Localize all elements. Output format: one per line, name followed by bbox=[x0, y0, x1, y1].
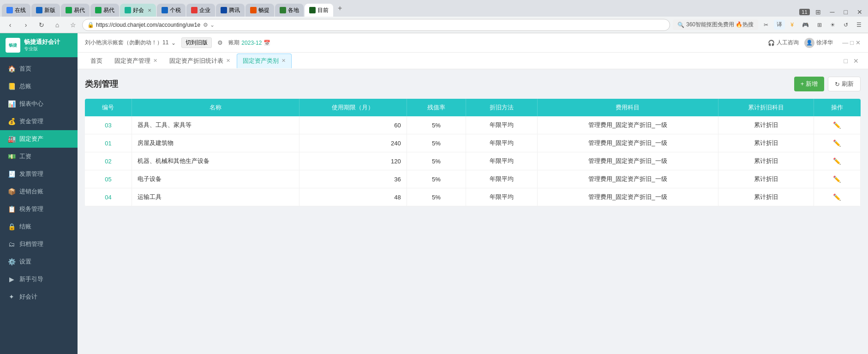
security-icon: 🔒 bbox=[87, 22, 94, 28]
cell-residual-3: 5% bbox=[407, 170, 466, 188]
tab-close-depreciation[interactable]: ✕ bbox=[226, 58, 230, 64]
sidebar-item-payroll[interactable]: 💵 工资 bbox=[0, 148, 78, 165]
browser-tab-muqian[interactable]: 目前 bbox=[305, 4, 333, 17]
translate-button[interactable]: 译 bbox=[774, 20, 785, 30]
row-id-link-2[interactable]: 02 bbox=[105, 158, 111, 165]
tab-fixed-assets-depreciation[interactable]: 固定资产折旧统计表 ✕ bbox=[164, 54, 236, 68]
grid-button[interactable]: ⊞ bbox=[814, 21, 825, 29]
sidebar-item-ledger[interactable]: 📒 总账 bbox=[0, 78, 78, 95]
browser-tab-geshu[interactable]: 个税 bbox=[157, 4, 186, 17]
edit-button-0[interactable]: ✏️ bbox=[833, 121, 841, 129]
sidebar-item-closing[interactable]: 🔒 结账 bbox=[0, 218, 78, 235]
home-button[interactable]: ⌂ bbox=[51, 18, 64, 31]
cell-period-1: 240 bbox=[299, 134, 407, 152]
browser-tab-tengxun[interactable]: 腾讯 bbox=[216, 4, 245, 17]
minimize-app-button[interactable]: — bbox=[842, 39, 848, 46]
address-bar[interactable]: 🔒 https://cloud.chanjet.com/accounting/u… bbox=[82, 19, 670, 31]
switch-old-version-button[interactable]: 切到旧版 bbox=[181, 37, 212, 48]
sidebar-item-guide[interactable]: ▶ 新手引导 bbox=[0, 270, 78, 288]
tab-fixed-assets-mgmt[interactable]: 固定资产管理 ✕ bbox=[109, 54, 163, 68]
search-text: 360智能抠图免费用 🔥热搜 bbox=[686, 21, 754, 29]
sidebar-item-reports[interactable]: 📊 报表中心 bbox=[0, 95, 78, 113]
forward-button[interactable]: › bbox=[19, 18, 32, 31]
tab-close-fixed-assets-mgmt[interactable]: ✕ bbox=[153, 58, 157, 64]
sidebar-item-tax[interactable]: 📋 税务管理 bbox=[0, 200, 78, 218]
user-info: 刘小艳演示账套（勿删勿动！）11 ⌄ bbox=[85, 39, 176, 47]
row-id-link-0[interactable]: 03 bbox=[105, 122, 111, 129]
cell-residual-4: 5% bbox=[407, 188, 466, 206]
sidebar-home-label: 首页 bbox=[19, 65, 31, 73]
tab-home[interactable]: 首页 bbox=[85, 54, 108, 68]
theme-button[interactable]: ☀ bbox=[827, 21, 838, 29]
page-header: 类别管理 + 新增 ↻ 刷新 bbox=[85, 77, 861, 91]
back-button[interactable]: ‹ bbox=[4, 18, 17, 31]
browser-tab-xinban[interactable]: 新版 bbox=[31, 4, 60, 17]
add-button[interactable]: + 新增 bbox=[794, 77, 824, 91]
row-id-link-3[interactable]: 05 bbox=[105, 176, 111, 183]
address-expand-icon[interactable]: ⌄ bbox=[210, 22, 215, 28]
browser-tab-haokuai[interactable]: 好会 ✕ bbox=[120, 4, 156, 17]
refresh-data-button[interactable]: ↻ 刷新 bbox=[828, 77, 861, 91]
sidebar-item-settings[interactable]: ⚙️ 设置 bbox=[0, 253, 78, 270]
menu-button[interactable]: ☰ bbox=[854, 21, 864, 29]
maximize-app-button[interactable]: □ bbox=[850, 39, 854, 46]
sidebar-item-inventory[interactable]: 📦 进销台账 bbox=[0, 183, 78, 200]
cell-id-4: 04 bbox=[85, 188, 132, 206]
calendar-icon[interactable]: 📅 bbox=[263, 40, 270, 46]
browser-tab-qiye[interactable]: 企业 bbox=[186, 4, 215, 17]
search-bar[interactable]: 🔍 360智能抠图免费用 🔥热搜 bbox=[673, 19, 758, 30]
sidebar-item-more[interactable]: ✦ 好会计 bbox=[0, 288, 78, 306]
sidebar-item-archive[interactable]: 🗂 归档管理 bbox=[0, 235, 78, 253]
close-app-button[interactable]: ✕ bbox=[856, 39, 861, 46]
minimize-button[interactable]: ─ bbox=[826, 7, 838, 17]
edit-button-4[interactable]: ✏️ bbox=[833, 193, 841, 201]
sidebar: 畅捷 畅捷通好会计 专业版 🏠 首页 📒 总账 📊 报表中心 💰 资金管 bbox=[0, 33, 78, 354]
browser-tab-gedi[interactable]: 各地 bbox=[275, 4, 304, 17]
table-row: 02 机器、机械和其他生产设备 120 5% 年限平均 管理费用_固定资产折旧_… bbox=[85, 152, 861, 170]
reports-icon: 📊 bbox=[7, 100, 16, 108]
sidebar-item-fixed-assets[interactable]: 🏭 固定资产 bbox=[0, 130, 78, 148]
browser-tab-yidai1[interactable]: 易代 bbox=[61, 4, 90, 17]
user-avatar-area[interactable]: 👤 徐泽华 bbox=[804, 38, 833, 48]
cell-period-3: 36 bbox=[299, 170, 407, 188]
browser-tab-changtui[interactable]: 畅提 bbox=[245, 4, 274, 17]
service-button[interactable]: 🎧 人工咨询 bbox=[768, 39, 799, 47]
cell-accumulated-3: 累计折旧 bbox=[718, 170, 814, 188]
cell-period-2: 120 bbox=[299, 152, 407, 170]
new-tab-button[interactable]: + bbox=[334, 2, 346, 14]
settings-icon-topbar[interactable]: ⚙ bbox=[217, 39, 223, 46]
cell-method-0: 年限平均 bbox=[466, 116, 538, 134]
main-content: 刘小艳演示账套（勿删勿动！）11 ⌄ 切到旧版 ⚙ 账期 2023-12 📅 🎧… bbox=[78, 33, 868, 354]
edit-button-2[interactable]: ✏️ bbox=[833, 157, 841, 165]
sidebar-logo: 畅捷 畅捷通好会计 专业版 bbox=[0, 33, 78, 57]
expand-icon[interactable]: ⌄ bbox=[171, 40, 176, 46]
tab-window-close-button[interactable]: ✕ bbox=[851, 57, 861, 65]
maximize-button[interactable]: □ bbox=[840, 7, 851, 17]
top-bar-right: 🎧 人工咨询 👤 徐泽华 bbox=[768, 38, 833, 48]
cell-accumulated-2: 累计折旧 bbox=[718, 152, 814, 170]
game-button[interactable]: 🎮 bbox=[799, 21, 812, 29]
undo-button[interactable]: ↺ bbox=[841, 21, 851, 29]
row-id-link-4[interactable]: 04 bbox=[105, 194, 111, 201]
table-row: 01 房屋及建筑物 240 5% 年限平均 管理费用_固定资产折旧_一级 累计折… bbox=[85, 134, 861, 152]
tab-close-category[interactable]: ✕ bbox=[281, 58, 286, 64]
edit-button-3[interactable]: ✏️ bbox=[833, 175, 841, 183]
browser-tab-zaixin[interactable]: 在线 bbox=[2, 4, 30, 17]
refresh-button[interactable]: ↻ bbox=[35, 18, 48, 31]
currency-button[interactable]: ¥ bbox=[788, 21, 796, 29]
site-settings-icon[interactable]: ⚙ bbox=[203, 22, 208, 28]
ledger-icon: 📒 bbox=[7, 82, 16, 90]
browser-tab-close-haokuai[interactable]: ✕ bbox=[148, 8, 151, 13]
extensions-button[interactable]: ⊞ bbox=[812, 7, 825, 17]
edit-button-1[interactable]: ✏️ bbox=[833, 139, 841, 147]
sidebar-item-invoice[interactable]: 🧾 发票管理 bbox=[0, 165, 78, 183]
close-window-button[interactable]: ✕ bbox=[853, 7, 866, 17]
bookmark-button[interactable]: ☆ bbox=[66, 18, 79, 31]
row-id-link-1[interactable]: 01 bbox=[105, 140, 111, 147]
sidebar-item-home[interactable]: 🏠 首页 bbox=[0, 60, 78, 78]
cut-button[interactable]: ✂ bbox=[761, 21, 771, 29]
tab-window-restore-button[interactable]: □ bbox=[842, 57, 850, 65]
sidebar-item-funds[interactable]: 💰 资金管理 bbox=[0, 113, 78, 130]
tab-fixed-assets-category[interactable]: 固定资产类别 ✕ bbox=[237, 54, 292, 68]
browser-tab-yidai2[interactable]: 易代 bbox=[90, 4, 119, 17]
